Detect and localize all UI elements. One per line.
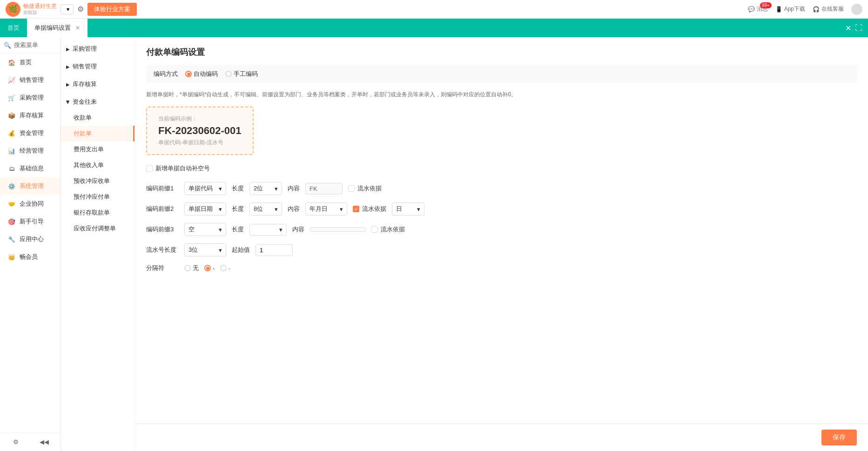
prefix3-select[interactable]: 空 ▾ xyxy=(184,223,226,236)
sub-sidebar-item-payment[interactable]: 付款单 xyxy=(61,126,135,141)
tab-close-icon[interactable]: ✕ xyxy=(75,25,80,31)
sidebar-item-basic[interactable]: 🗂 基础信息 xyxy=(0,160,60,177)
prefix2-content-select[interactable]: 年月日 ▾ xyxy=(305,202,347,215)
sidebar-item-finance[interactable]: 💰 资金管理 xyxy=(0,124,60,142)
app-download-button[interactable]: 📱 App下载 xyxy=(775,5,805,13)
sub-sidebar-group-inventory: ▶ 库存核算 xyxy=(61,76,135,92)
sidebar-item-enterprise[interactable]: 🤝 企业协同 xyxy=(0,195,60,213)
home-icon: 🏠 xyxy=(7,58,16,67)
sub-sidebar-group-sales: ▶ 销售管理 xyxy=(61,59,135,74)
purchase-icon: 🛒 xyxy=(7,94,16,102)
sales-icon: 📈 xyxy=(7,76,16,84)
prefix3-length-select[interactable]: ▾ xyxy=(249,224,287,236)
top-bar-right: 💬 消息 99+ 📱 App下载 🎧 在线客服 xyxy=(748,4,862,15)
industry-button[interactable]: 体验行业方案 xyxy=(87,3,137,16)
prefix2-cycle-select[interactable]: 日 ▾ xyxy=(392,202,424,215)
serial-length-select[interactable]: 3位 ▾ xyxy=(184,243,226,256)
auto-encode-radio-icon xyxy=(185,71,192,77)
sub-sidebar-group-sales-header[interactable]: ▶ 销售管理 xyxy=(61,59,135,74)
sidebar-item-guide[interactable]: 🎯 新手引导 xyxy=(0,213,60,230)
auto-fill-checkbox[interactable] xyxy=(146,165,153,172)
sub-sidebar-group-finance-header[interactable]: ▶ 资金往来 xyxy=(61,94,135,110)
sidebar-bottom: ⚙ ◀◀ xyxy=(0,432,60,451)
sidebar-item-purchase[interactable]: 🛒 采购管理 xyxy=(0,89,60,107)
chevron-down-icon: ▾ xyxy=(219,206,222,213)
sep-none-radio-icon xyxy=(184,265,191,271)
serial-length-label: 流水号长度 xyxy=(146,246,179,254)
prefix1-serial-checkbox[interactable] xyxy=(348,185,355,192)
prefix3-serial-checkbox[interactable] xyxy=(371,226,378,233)
sub-sidebar-item-prepay-payable[interactable]: 预付冲应付单 xyxy=(61,189,135,205)
sidebar-item-member[interactable]: 👑 畅会员 xyxy=(0,248,60,266)
encoding-method-section: 编码方式 自动编码 手工编码 xyxy=(146,65,857,83)
prefix2-row: 编码前缀2 单据日期 ▾ 长度 8位 ▾ 内容 年月日 ▾ 流水依据 xyxy=(146,202,857,215)
sidebar-item-operation[interactable]: 📊 经营管理 xyxy=(0,142,60,160)
company-dropdown[interactable]: ▾ xyxy=(61,4,74,14)
sub-sidebar-item-bank[interactable]: 银行存取款单 xyxy=(61,205,135,221)
sub-sidebar-group-purchase-header[interactable]: ▶ 采购管理 xyxy=(61,41,135,57)
system-icon: ⚙️ xyxy=(7,182,16,190)
chevron-down-icon: ▶ xyxy=(66,100,71,104)
sub-sidebar-item-income[interactable]: 其他收入单 xyxy=(61,157,135,173)
sub-sidebar-group-purchase: ▶ 采购管理 xyxy=(61,41,135,57)
prefix2-serial-checkbox-row: 流水依据 xyxy=(353,205,386,213)
online-service-button[interactable]: 🎧 在线客服 xyxy=(813,5,844,13)
prefix1-select[interactable]: 单据代码 ▾ xyxy=(184,182,226,195)
sub-sidebar-item-prepay-receivable[interactable]: 预收冲应收单 xyxy=(61,173,135,189)
sidebar: 🔍 搜索菜单 🏠 首页 📈 销售管理 🛒 采购管理 📦 库存核算 💰 资金管理 … xyxy=(0,37,61,451)
prefix3-content-value xyxy=(310,227,366,232)
prefix1-length-select[interactable]: 2位 ▾ xyxy=(249,182,282,195)
sidebar-collapse-button[interactable]: ◀◀ xyxy=(32,437,57,447)
info-text: 新增单据时，*单据编码*自动生成，不可编辑。前缀设置为部门、业务员等档案类，开单… xyxy=(146,90,857,99)
sep-dash-radio[interactable]: - xyxy=(204,265,215,272)
code-example-desc: 单据代码-单据日期-流水号 xyxy=(158,139,242,147)
tab-serial-setting[interactable]: 单据编码设置 ✕ xyxy=(27,19,87,37)
service-icon: 🎧 xyxy=(813,6,820,13)
auto-fill-row: 新增单据自动补空号 xyxy=(146,164,857,173)
sidebar-item-appcenter[interactable]: 🔧 应用中心 xyxy=(0,230,60,248)
tab-bar-actions: ✕ ⛶ xyxy=(840,24,868,33)
sep-dot-radio[interactable]: · xyxy=(220,265,230,272)
sub-sidebar-item-receipt[interactable]: 收款单 xyxy=(61,110,135,126)
auto-encode-radio[interactable]: 自动编码 xyxy=(185,70,218,78)
prefix3-row: 编码前缀3 空 ▾ 长度 ▾ 内容 流水依据 xyxy=(146,223,857,236)
prefix2-length-select[interactable]: 8位 ▾ xyxy=(249,202,282,215)
sidebar-item-sales[interactable]: 📈 销售管理 xyxy=(0,71,60,89)
chevron-right-icon: ▶ xyxy=(66,82,70,87)
prefix3-serial-checkbox-row: 流水依据 xyxy=(371,225,405,234)
chevron-down-icon: ▾ xyxy=(279,226,283,233)
appcenter-icon: 🔧 xyxy=(7,235,16,243)
top-bar-controls: ▾ ⚙ 体验行业方案 xyxy=(61,3,137,16)
prefix1-serial-checkbox-row: 流水依据 xyxy=(348,184,382,193)
inventory-icon: 📦 xyxy=(7,111,16,120)
message-icon: 💬 xyxy=(748,6,755,13)
sidebar-item-system[interactable]: ⚙️ 系统管理 xyxy=(0,177,60,195)
code-example-box: 当前编码示例： FK-20230602-001 单据代码-单据日期-流水号 xyxy=(146,107,254,155)
message-button[interactable]: 💬 消息 99+ xyxy=(748,5,768,13)
user-avatar[interactable] xyxy=(851,4,862,15)
content-body: 付款单编码设置 编码方式 自动编码 手工编码 新增单据时，*单据编码*自动生成，… xyxy=(135,37,868,424)
sub-sidebar-group-inventory-header[interactable]: ▶ 库存核算 xyxy=(61,76,135,92)
prefix3-content-label: 内容 xyxy=(292,225,304,234)
top-bar-left: 🌿 畅捷通好生意 旗舰版 ▾ ⚙ 体验行业方案 xyxy=(6,2,137,17)
sidebar-settings-button[interactable]: ⚙ xyxy=(4,437,28,447)
tab-expand-button[interactable]: ⛶ xyxy=(855,24,862,32)
prefix2-select[interactable]: 单据日期 ▾ xyxy=(184,202,226,215)
sidebar-item-home[interactable]: 🏠 首页 xyxy=(0,54,60,71)
chevron-down-icon: ▾ xyxy=(67,6,69,13)
sub-sidebar-item-adjustment[interactable]: 应收应付调整单 xyxy=(61,221,135,236)
tab-close-button[interactable]: ✕ xyxy=(845,24,851,33)
settings-gear-icon[interactable]: ⚙ xyxy=(77,5,84,13)
start-value-input[interactable] xyxy=(256,244,293,256)
tab-home[interactable]: 首页 xyxy=(0,19,27,37)
manual-encode-radio[interactable]: 手工编码 xyxy=(225,70,258,78)
sub-sidebar-item-expense[interactable]: 费用支出单 xyxy=(61,141,135,157)
sidebar-item-inventory[interactable]: 📦 库存核算 xyxy=(0,107,60,124)
save-button[interactable]: 保存 xyxy=(821,430,857,445)
top-bar: 🌿 畅捷通好生意 旗舰版 ▾ ⚙ 体验行业方案 💬 消息 99+ 📱 App下载… xyxy=(0,0,868,19)
sidebar-search[interactable]: 🔍 搜索菜单 xyxy=(0,37,60,54)
sep-none-radio[interactable]: 无 xyxy=(184,264,199,272)
chevron-down-icon: ▾ xyxy=(275,185,278,192)
prefix2-serial-checkbox[interactable] xyxy=(353,206,359,212)
prefix1-row: 编码前缀1 单据代码 ▾ 长度 2位 ▾ 内容 FK 流水依据 xyxy=(146,182,857,195)
